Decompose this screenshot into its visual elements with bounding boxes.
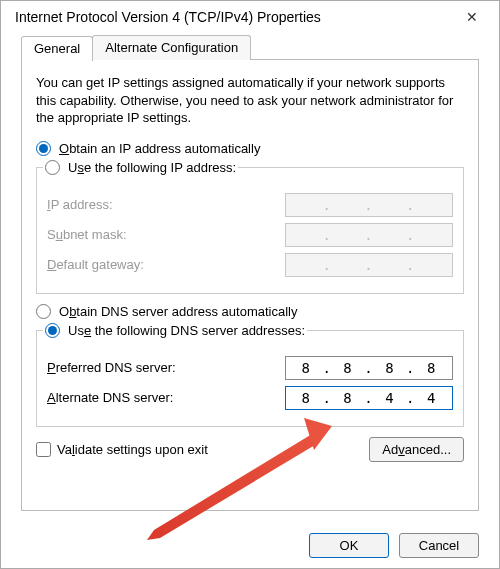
- window-title: Internet Protocol Version 4 (TCP/IPv4) P…: [15, 9, 457, 25]
- subnet-label: Subnet mask:: [47, 227, 285, 242]
- tab-panel-general: You can get IP settings assigned automat…: [21, 59, 479, 511]
- gateway-input: . . .: [285, 253, 453, 277]
- gateway-label: Default gateway:: [47, 257, 285, 272]
- ok-button[interactable]: OK: [309, 533, 389, 558]
- ip-address-label: IP address:: [47, 197, 285, 212]
- radio-dns-manual[interactable]: [45, 323, 60, 338]
- advanced-button[interactable]: Advanced...: [369, 437, 464, 462]
- annotation-arrow-icon: [142, 412, 332, 542]
- preferred-dns-input[interactable]: 8. 8. 8. 8: [285, 356, 453, 380]
- dialog-body: General Alternate Configuration You can …: [1, 31, 499, 523]
- gateway-row: Default gateway: . . .: [47, 253, 453, 277]
- ip-address-row: IP address: . . .: [47, 193, 453, 217]
- alternate-dns-label: Alternate DNS server:: [47, 390, 285, 405]
- radio-ip-auto-label: Obtain an IP address automatically: [59, 141, 260, 156]
- preferred-dns-label: Preferred DNS server:: [47, 360, 285, 375]
- subnet-row: Subnet mask: . . .: [47, 223, 453, 247]
- radio-dns-auto-label: Obtain DNS server address automatically: [59, 304, 297, 319]
- ipv4-properties-dialog: Internet Protocol Version 4 (TCP/IPv4) P…: [0, 0, 500, 569]
- dns-auto-row[interactable]: Obtain DNS server address automatically: [36, 304, 464, 319]
- radio-ip-auto[interactable]: [36, 141, 51, 156]
- ip-manual-group: Use the following IP address: IP address…: [36, 160, 464, 294]
- alternate-dns-input[interactable]: 8. 8. 4. 4: [285, 386, 453, 410]
- close-icon[interactable]: ✕: [457, 9, 487, 25]
- cancel-button[interactable]: Cancel: [399, 533, 479, 558]
- preferred-dns-row: Preferred DNS server: 8. 8. 8. 8: [47, 356, 453, 380]
- radio-dns-auto[interactable]: [36, 304, 51, 319]
- radio-ip-manual[interactable]: [45, 160, 60, 175]
- subnet-input: . . .: [285, 223, 453, 247]
- intro-text: You can get IP settings assigned automat…: [36, 74, 464, 127]
- dns-manual-group: Use the following DNS server addresses: …: [36, 323, 464, 427]
- radio-dns-manual-label: Use the following DNS server addresses:: [68, 323, 305, 338]
- titlebar: Internet Protocol Version 4 (TCP/IPv4) P…: [1, 1, 499, 31]
- dialog-footer: OK Cancel: [1, 523, 499, 569]
- tab-alternate-config[interactable]: Alternate Configuration: [92, 35, 251, 60]
- validate-checkbox[interactable]: [36, 442, 51, 457]
- tab-strip: General Alternate Configuration: [21, 35, 479, 60]
- ip-address-input: . . .: [285, 193, 453, 217]
- alternate-dns-row: Alternate DNS server: 8. 8. 4. 4: [47, 386, 453, 410]
- ip-auto-row[interactable]: Obtain an IP address automatically: [36, 141, 464, 156]
- validate-row: Validate settings upon exit Advanced...: [36, 437, 464, 462]
- radio-ip-manual-label: Use the following IP address:: [68, 160, 236, 175]
- validate-label: Validate settings upon exit: [57, 442, 208, 457]
- tab-general[interactable]: General: [21, 36, 93, 61]
